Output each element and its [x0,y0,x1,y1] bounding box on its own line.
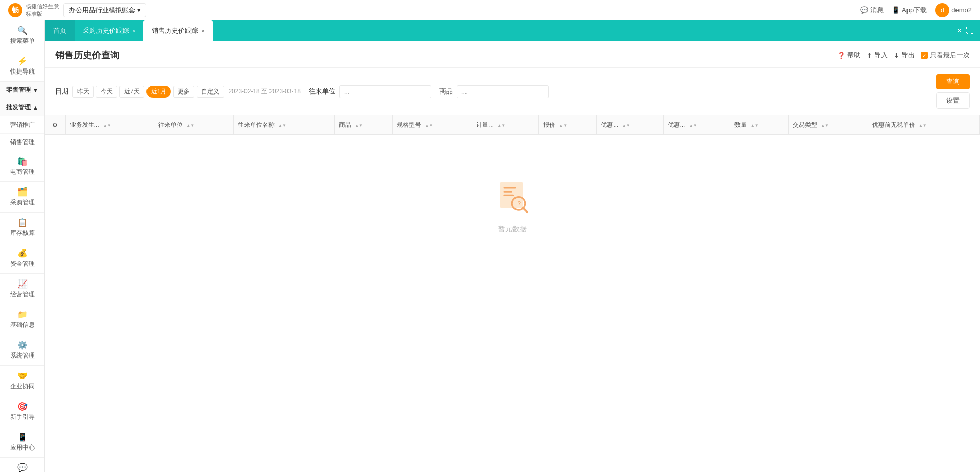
system-icon: ⚙️ [17,340,28,350]
sort-icon: ▲▼ [559,123,567,128]
message-icon: 💬 [860,6,868,14]
page-title: 销售历史价查询 [55,49,119,61]
date-shortcuts: 昨天 今天 近7天 近1月 更多 自定义 [72,86,224,98]
avatar: d [935,3,949,17]
message-action[interactable]: 💬 消息 [860,6,884,15]
tab-sales-history[interactable]: 销售历史价跟踪 × [143,20,212,41]
table-col-partner-code[interactable]: 往来单位 ▲▼ [154,115,233,135]
table-col-product[interactable]: 商品 ▲▼ [334,115,392,135]
guide-icon: 🎯 [17,402,28,411]
page-content: 销售历史价查询 ❓ 帮助 ⬆ 导入 ⬇ 导出 ✓ [45,41,980,472]
only-last-checkbox[interactable]: ✓ 只看最后一次 [921,51,970,60]
search-icon: 🔍 [17,26,28,35]
table-col-discount1[interactable]: 优惠... ▲▼ [597,115,664,135]
close-all-tabs-button[interactable]: × [957,26,962,35]
sidebar-item-label: 搜索菜单 [10,37,35,45]
table-settings-col[interactable]: ⚙ [45,115,65,135]
basic-info-icon: 📁 [17,310,28,319]
date-btn-more[interactable]: 更多 [173,86,194,98]
sidebar-item-label: 库存核算 [10,229,35,238]
date-range: 2023-02-18 至 2023-03-18 [228,87,300,96]
query-button[interactable]: 查询 [936,74,970,89]
partner-filter-field[interactable]: ... [339,85,431,98]
sidebar-sub-item-sales-mgmt[interactable]: 销售管理 [0,134,44,151]
date-btn-custom[interactable]: 自定义 [197,86,224,98]
empty-state-text: 暂元数据 [498,225,527,234]
operations-icon: 📈 [17,279,28,289]
product-filter-field[interactable]: ... [457,85,549,98]
user-profile[interactable]: d demo2 [935,3,972,17]
date-btn-7days[interactable]: 近7天 [119,86,144,98]
sidebar-item-quick-nav[interactable]: ⚡ 快捷导航 [0,51,44,82]
sidebar-item-system[interactable]: ⚙️ 系统管理 [0,335,44,366]
tabs-right: × ⛶ [957,26,980,35]
table-col-partner-name[interactable]: 往来单位名称 ▲▼ [233,115,334,135]
table-col-qty[interactable]: 数量 ▲▼ [730,115,788,135]
sidebar-item-ecommerce[interactable]: 🛍️ 电商管理 [0,151,44,182]
svg-rect-1 [503,187,516,188]
table-col-pretax-price[interactable]: 优惠前无税单价 ▲▼ [868,115,979,135]
sidebar-item-wholesale[interactable]: 批发管理 ▲ [0,99,44,116]
table-header-row: ⚙ 业务发生... ▲▼ 往来单位 ▲▼ 往来单位名称 ▲▼ [45,115,980,135]
import-action[interactable]: ⬆ 导入 [867,51,888,60]
checkbox-icon: ✓ [921,52,928,59]
sidebar: 🔍 搜索菜单 ⚡ 快捷导航 零售管理 ▼ 批发管理 ▲ 营销推广 销售管理 🛍️… [0,20,45,472]
sidebar-item-enterprise[interactable]: 🤝 企业协同 [0,366,44,396]
sidebar-item-finance[interactable]: 💰 资金管理 [0,243,44,274]
table-col-spec[interactable]: 规格型号 ▲▼ [393,115,472,135]
sort-icon: ▲▼ [689,123,697,128]
sidebar-item-label: 企业协同 [10,382,35,391]
app-download-action[interactable]: 📱 App下载 [892,6,927,15]
close-sales-history-tab[interactable]: × [201,28,204,34]
sidebar-item-wechat[interactable]: 💬 企业微信 [0,458,44,472]
data-table: ⚙ 业务发生... ▲▼ 往来单位 ▲▼ 往来单位名称 ▲▼ [45,115,980,135]
date-btn-yesterday[interactable]: 昨天 [72,86,94,98]
table-col-discount2[interactable]: 优惠... ▲▼ [664,115,730,135]
logo-icon: 畅 [8,3,22,17]
export-action[interactable]: ⬇ 导出 [894,51,915,60]
sort-icon: ▲▼ [103,123,111,128]
svg-line-5 [523,208,527,212]
enterprise-icon: 🤝 [17,371,28,381]
sort-icon: ▲▼ [497,123,505,128]
date-btn-today[interactable]: 今天 [96,86,117,98]
purchase-icon: 🗂️ [17,187,28,197]
date-btn-1month[interactable]: 近1月 [146,86,172,98]
maximize-button[interactable]: ⛶ [966,26,974,35]
phone-icon: 📱 [892,6,900,14]
sort-icon: ▲▼ [425,123,433,128]
sidebar-sub-item-marketing[interactable]: 营销推广 [0,116,44,134]
product-filter-group: 商品 ... [439,85,549,98]
setting-button[interactable]: 设置 [936,92,970,109]
export-icon: ⬇ [894,52,899,59]
top-bar: 畅 畅捷信好生意 标准版 办公用品行业模拟账套 ▾ 💬 消息 📱 App下载 d… [0,0,980,20]
inventory-icon: 📋 [17,218,28,227]
sidebar-item-retail[interactable]: 零售管理 ▼ [0,82,44,99]
empty-state: ? 暂元数据 [45,135,980,275]
finance-icon: 💰 [17,248,28,258]
sidebar-item-inventory[interactable]: 📋 库存核算 [0,213,44,243]
svg-rect-3 [503,195,514,196]
sidebar-item-label: 电商管理 [10,168,35,176]
sidebar-item-label: 资金管理 [10,259,35,268]
sidebar-item-search-menu[interactable]: 🔍 搜索菜单 [0,20,44,51]
chevron-down-icon: ▼ [33,87,39,94]
sidebar-item-purchase[interactable]: 🗂️ 采购管理 [0,182,44,213]
close-purchase-history-tab[interactable]: × [132,28,135,34]
sidebar-item-basic-info[interactable]: 📁 基础信息 [0,304,44,335]
company-selector[interactable]: 办公用品行业模拟账套 ▾ [63,3,146,17]
product-filter-label: 商品 [439,87,453,96]
tab-home[interactable]: 首页 [45,20,75,41]
tab-purchase-history[interactable]: 采购历史价跟踪 × [75,20,143,41]
table-col-biz-date[interactable]: 业务发生... ▲▼ [65,115,154,135]
table-col-unit[interactable]: 计量... ▲▼ [472,115,538,135]
sidebar-item-label: 快捷导航 [10,67,35,76]
page-header-actions: ❓ 帮助 ⬆ 导入 ⬇ 导出 ✓ 只看最后一次 [837,51,970,60]
sidebar-item-app-center[interactable]: 📱 应用中心 [0,427,44,458]
sidebar-item-guide[interactable]: 🎯 新手引导 [0,396,44,427]
help-action[interactable]: ❓ 帮助 [837,51,861,60]
table-col-trade-type[interactable]: 交易类型 ▲▼ [788,115,868,135]
sidebar-item-operations[interactable]: 📈 经营管理 [0,274,44,304]
sort-icon: ▲▼ [186,123,194,128]
table-col-quote[interactable]: 报价 ▲▼ [539,115,597,135]
